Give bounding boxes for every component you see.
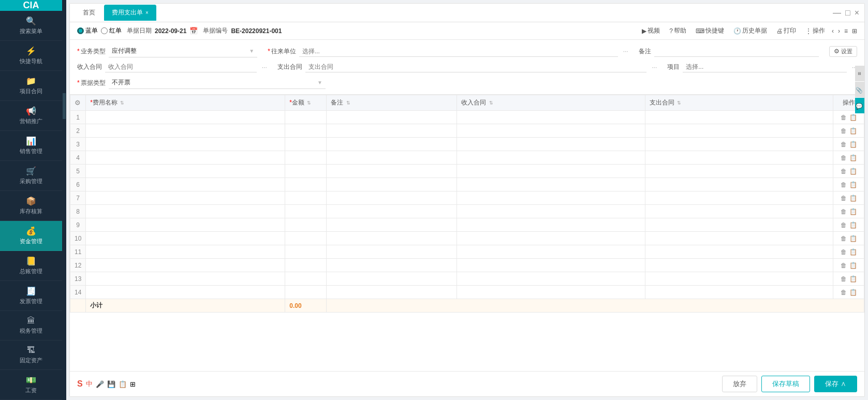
save-button[interactable]: 保存 ∧ [814, 376, 857, 392]
cell-income-contract[interactable] [457, 138, 645, 151]
remark-input[interactable] [654, 46, 819, 57]
sidebar-item-sales[interactable]: 📊 销售管理 [0, 131, 62, 161]
cell-amount[interactable] [285, 111, 327, 124]
sort-icon[interactable]: ⇅ [346, 100, 350, 106]
cell-expense-name[interactable] [86, 165, 285, 178]
cell-expense-name[interactable] [86, 191, 285, 205]
next-button[interactable]: › [838, 27, 840, 35]
cell-expense-name[interactable] [86, 138, 285, 151]
cell-remark[interactable] [327, 138, 457, 151]
cell-income-contract[interactable] [457, 124, 645, 138]
copy-icon[interactable]: 📋 [849, 141, 857, 148]
operations-button[interactable]: ⋮ 操作 [803, 25, 828, 36]
cell-expense-name[interactable] [86, 111, 285, 124]
help-button[interactable]: ? 帮助 [667, 25, 689, 36]
cell-remark[interactable] [327, 124, 457, 138]
copy-icon[interactable]: 📋 [849, 154, 857, 161]
cell-expense-contract[interactable] [645, 165, 833, 178]
cell-remark[interactable] [327, 151, 457, 165]
bottom-grid-icon[interactable]: ⊞ [130, 380, 136, 388]
sidebar-item-tax[interactable]: 🏛 税务管理 [0, 311, 62, 340]
cell-remark[interactable] [327, 245, 457, 259]
cell-income-contract[interactable] [457, 218, 645, 232]
sidebar-item-quicknav[interactable]: ⚡ 快捷导航 [0, 41, 62, 71]
sort-icon[interactable]: ⇅ [677, 100, 681, 106]
cell-expense-contract[interactable] [645, 272, 833, 286]
cell-remark[interactable] [327, 111, 457, 124]
delete-icon[interactable]: 🗑 [841, 114, 847, 121]
delete-icon[interactable]: 🗑 [841, 168, 847, 175]
cell-remark[interactable] [327, 165, 457, 178]
copy-icon[interactable]: 📋 [849, 248, 857, 256]
delete-icon[interactable]: 🗑 [841, 154, 847, 161]
cell-amount[interactable] [285, 218, 327, 232]
cell-amount[interactable] [285, 245, 327, 259]
cell-amount[interactable] [285, 286, 327, 299]
copy-icon[interactable]: 📋 [849, 168, 857, 175]
col-gear[interactable]: ⚙ [70, 95, 86, 111]
cell-expense-name[interactable] [86, 286, 285, 299]
save-draft-button[interactable]: 保存草稿 [761, 376, 810, 392]
delete-icon[interactable]: 🗑 [841, 235, 847, 242]
copy-icon[interactable]: 📋 [849, 221, 857, 229]
sidebar-scroll-thumb[interactable] [63, 93, 66, 119]
sidebar-item-purchase[interactable]: 🛒 采购管理 [0, 161, 62, 191]
sidebar-item-marketing[interactable]: 📢 营销推广 [0, 101, 62, 131]
business-type-select[interactable]: 应付调整 ▼ [109, 45, 258, 57]
copy-icon[interactable]: 📋 [849, 181, 857, 188]
sidebar-item-project[interactable]: 📁 项目合同 [0, 71, 62, 101]
cell-remark[interactable] [327, 218, 457, 232]
partner-dots[interactable]: ··· [623, 48, 628, 55]
cell-expense-name[interactable] [86, 218, 285, 232]
side-btn-chat[interactable]: 💬 [855, 98, 864, 113]
cell-expense-name[interactable] [86, 124, 285, 138]
cell-expense-contract[interactable] [645, 151, 833, 165]
delete-icon[interactable]: 🗑 [841, 275, 847, 283]
cell-expense-contract[interactable] [645, 191, 833, 205]
copy-icon[interactable]: 📋 [849, 195, 857, 202]
cell-income-contract[interactable] [457, 286, 645, 299]
cell-remark[interactable] [327, 178, 457, 191]
bottom-save-icon[interactable]: 💾 [107, 380, 115, 388]
cell-income-contract[interactable] [457, 151, 645, 165]
shortcut-button[interactable]: ⌨ 快捷键 [693, 25, 727, 36]
cell-expense-name[interactable] [86, 232, 285, 245]
bottom-s-icon[interactable]: S [77, 379, 83, 389]
bottom-zhong-icon[interactable]: 中 [86, 379, 93, 389]
sort-icon[interactable]: ⇅ [120, 100, 124, 106]
copy-icon[interactable]: 📋 [849, 127, 857, 135]
minimize-button[interactable]: — [833, 8, 841, 18]
copy-icon[interactable]: 📋 [849, 289, 857, 296]
sort-icon[interactable]: ⇅ [307, 100, 311, 106]
cell-income-contract[interactable] [457, 245, 645, 259]
invoice-type-select[interactable]: 不开票 ▼ [109, 77, 326, 89]
sidebar-item-assets[interactable]: 🏗 固定资产 [0, 340, 62, 370]
sort-icon[interactable]: ⇅ [489, 100, 493, 106]
delete-icon[interactable]: 🗑 [841, 127, 847, 135]
prev-button[interactable]: ‹ [832, 27, 834, 35]
table-container[interactable]: ⚙ *费用名称 ⇅ *金额 ⇅ 备注 [70, 95, 864, 371]
project-input[interactable] [683, 62, 847, 72]
cell-expense-contract[interactable] [645, 286, 833, 299]
cell-expense-name[interactable] [86, 205, 285, 218]
delete-icon[interactable]: 🗑 [841, 195, 847, 202]
calendar-icon[interactable]: 📅 [189, 27, 198, 35]
sidebar-item-search[interactable]: 🔍 搜索菜单 [0, 11, 62, 41]
cell-amount[interactable] [285, 138, 327, 151]
settings-button[interactable]: ⚙ 设置 [829, 46, 857, 57]
delete-icon[interactable]: 🗑 [841, 262, 847, 269]
grid-view-button[interactable]: ⊞ [852, 27, 857, 35]
cell-remark[interactable] [327, 286, 457, 299]
cell-expense-name[interactable] [86, 178, 285, 191]
cell-income-contract[interactable] [457, 191, 645, 205]
bottom-mic-icon[interactable]: 🎤 [96, 380, 104, 388]
blue-radio-input[interactable] [77, 27, 84, 34]
cell-amount[interactable] [285, 259, 327, 272]
partner-input[interactable] [299, 46, 618, 57]
cell-income-contract[interactable] [457, 259, 645, 272]
blue-radio-label[interactable]: 蓝单 [77, 26, 98, 35]
cell-amount[interactable] [285, 178, 327, 191]
sidebar-item-salary[interactable]: 💵 工资 [0, 370, 62, 400]
income-contract-input[interactable] [105, 62, 257, 72]
video-button[interactable]: ▶ 视频 [639, 25, 663, 36]
